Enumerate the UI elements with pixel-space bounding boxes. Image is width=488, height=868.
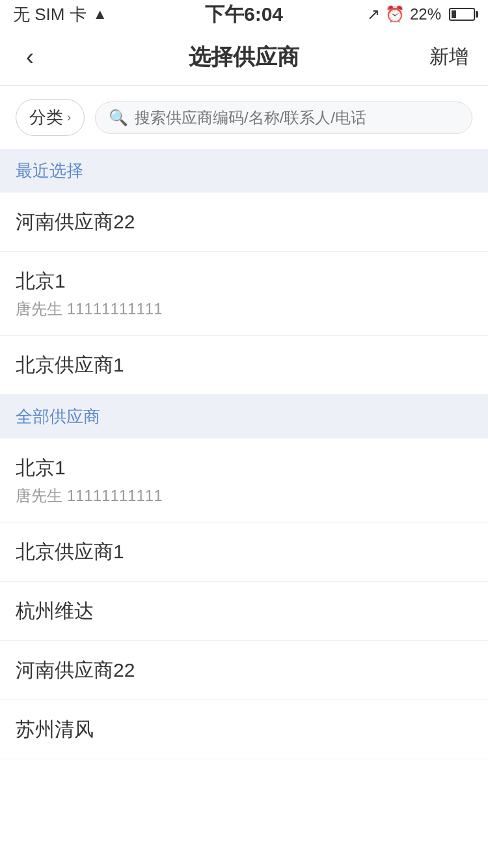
page-title: 选择供应商: [189, 42, 299, 72]
list-item[interactable]: 北京供应商1: [0, 336, 488, 395]
status-bar: 无 SIM 卡 ▲ 下午6:04 ↗ ⏰ 22%: [0, 0, 488, 29]
filter-bar: 分类 › 🔍: [0, 86, 488, 149]
nav-bar: ‹ 选择供应商 新增: [0, 29, 488, 86]
back-button[interactable]: ‹: [20, 37, 40, 77]
search-icon: 🔍: [109, 109, 128, 127]
chevron-right-icon: ›: [67, 111, 71, 124]
all-list: 北京1唐先生 11111111111北京供应商1杭州维达河南供应商22苏州清风: [0, 439, 488, 759]
list-item[interactable]: 杭州维达: [0, 582, 488, 641]
all-section-label: 全部供应商: [16, 407, 100, 426]
all-section-header: 全部供应商: [0, 395, 488, 439]
category-button[interactable]: 分类 ›: [16, 99, 85, 136]
search-box[interactable]: 🔍: [95, 102, 472, 134]
recent-section-label: 最近选择: [16, 161, 83, 180]
carrier-text: 无 SIM 卡: [13, 3, 87, 26]
list-item[interactable]: 北京1唐先生 11111111111: [0, 439, 488, 522]
item-sub: 唐先生 11111111111: [16, 485, 472, 506]
battery-icon: [449, 8, 475, 21]
recent-list: 河南供应商22北京1唐先生 11111111111北京供应商1: [0, 193, 488, 395]
alarm-icon: ⏰: [385, 5, 405, 23]
item-name: 北京1: [16, 454, 472, 481]
list-item[interactable]: 河南供应商22: [0, 193, 488, 252]
item-name: 北京1: [16, 267, 472, 295]
new-action-button[interactable]: 新增: [429, 44, 468, 70]
item-name: 苏州清风: [16, 716, 472, 743]
category-label: 分类: [29, 106, 63, 129]
status-right: ↗ ⏰ 22%: [367, 5, 475, 23]
battery-percent: 22%: [410, 5, 441, 23]
list-item[interactable]: 北京1唐先生 11111111111: [0, 252, 488, 336]
item-name: 北京供应商1: [16, 538, 472, 565]
list-item[interactable]: 河南供应商22: [0, 641, 488, 700]
recent-section-header: 最近选择: [0, 149, 488, 193]
item-name: 杭州维达: [16, 597, 472, 625]
item-name: 北京供应商1: [16, 351, 472, 379]
item-name: 河南供应商22: [16, 208, 472, 236]
location-icon: ↗: [367, 5, 380, 23]
search-input[interactable]: [135, 109, 459, 127]
status-left: 无 SIM 卡 ▲: [13, 3, 107, 26]
status-time: 下午6:04: [205, 1, 283, 28]
list-item[interactable]: 北京供应商1: [0, 522, 488, 582]
item-sub: 唐先生 11111111111: [16, 299, 472, 319]
list-item[interactable]: 苏州清风: [0, 700, 488, 759]
wifi-icon: ▲: [93, 6, 107, 23]
item-name: 河南供应商22: [16, 657, 472, 684]
